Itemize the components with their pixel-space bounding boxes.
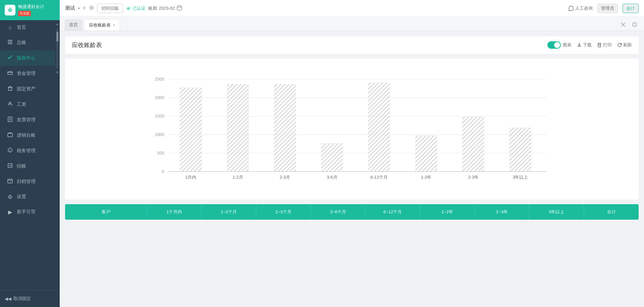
consult-btn[interactable]: 人工咨询 [569,5,593,11]
sidebar-item-settings[interactable]: ⚙ 设置 [0,189,55,205]
sidebar-item-capital[interactable]: 资金管理 [0,66,55,81]
tab-close-icon[interactable]: × [113,23,115,28]
th-1-2month: 1~2个月 [202,204,256,220]
sidebar-item-assets[interactable]: 固定资产 [0,81,55,97]
chart-toggle[interactable] [547,41,561,49]
sidebar-item-label-assets: 固定资产 [17,86,36,92]
refresh-btn[interactable]: 刷新 [617,42,632,48]
sidebar-item-label-reports: 报表中心 [17,55,36,61]
logo-sub: 专业版 [18,11,31,16]
sidebar-item-home[interactable]: ⌂ 首页 [0,20,55,35]
old-version-btn[interactable]: 切到旧版 [97,4,123,13]
sidebar-item-archive[interactable]: 归档管理 [0,174,55,189]
sidebar-logo[interactable]: 会 畅捷通好会计 专业版 [0,0,60,20]
th-3year-plus: 3年以上 [529,204,584,220]
refresh-label: 刷新 [623,42,632,48]
sidebar-item-label-archive: 归档管理 [17,179,36,185]
download-label: 下载 [583,42,592,48]
ledger-icon [7,39,13,46]
chart-toggle-wrapper: 图表 [547,41,572,49]
svg-text:2-3月: 2-3月 [280,175,290,180]
svg-text:2-3年: 2-3年 [468,175,478,180]
invoice-icon [7,117,13,123]
download-btn[interactable]: 下载 [577,42,592,48]
topbar-actions: + 切到旧版 [83,4,123,13]
sidebar-item-ledger[interactable]: 总账 [0,35,55,50]
calendar-icon[interactable] [177,5,182,11]
svg-text:2500: 2500 [155,77,164,82]
svg-rect-2 [8,43,12,44]
report-actions: 图表 下载 打印 刷新 [547,41,632,49]
sidebar-item-label-capital: 资金管理 [17,71,36,77]
add-btn[interactable]: + [83,5,86,12]
print-label: 打印 [603,42,612,48]
archive-icon [7,178,13,185]
chart-container: 0 500 1000 1500 2000 2500 [65,58,639,200]
toggle-knob [554,42,560,48]
assets-icon [7,86,13,92]
sidebar-item-guide[interactable]: ▶ 新手引导 [0,205,55,220]
sidebar-item-label-invoice: 发票管理 [17,117,36,123]
tab-home[interactable]: 首页 [64,19,83,31]
sidebar-bottom: ◀◀ 取消固定 [0,290,60,307]
scrollbar-thumb[interactable] [56,32,58,42]
settings-btn[interactable] [89,5,94,12]
svg-text:1500: 1500 [155,114,164,119]
th-6-12month: 6~12个月 [366,204,420,220]
th-2-3month: 2~3个月 [256,204,311,220]
bar-3[interactable] [274,84,296,172]
svg-rect-1 [8,42,12,42]
bar-2[interactable] [227,84,248,172]
sidebar-item-closing[interactable]: 结账 [0,159,55,174]
scroll-up-arrow[interactable]: ▲ [55,21,60,27]
logo-icon: 会 [5,5,15,15]
table-container: 客户 1个月内 1~2个月 2~3个月 3~6个月 6~12个月 1~2年 2~… [65,204,639,220]
sidebar: 会 畅捷通好会计 专业版 ⌂ 首页 总账 [0,0,60,307]
svg-rect-16 [8,179,12,180]
tab-aging[interactable]: 应收账龄表 × [84,19,120,31]
sidebar-item-invoice[interactable]: 发票管理 [0,112,55,128]
bar-1[interactable] [180,88,201,172]
settings-icon: ⚙ [7,194,13,200]
print-btn[interactable]: 打印 [597,42,612,48]
bar-4[interactable] [321,143,342,171]
admin-btn[interactable]: 管理员 [597,4,618,13]
expand-window-btn[interactable] [630,20,639,29]
cancel-fixed-btn[interactable]: ◀◀ 取消固定 [5,294,55,304]
svg-text:3-6月: 3-6月 [327,175,337,180]
bar-6[interactable] [416,136,437,172]
tax-icon: ¥ [7,147,13,154]
role-btn[interactable]: 会计 [623,4,639,13]
bar-7[interactable] [463,117,484,172]
svg-rect-5 [8,88,12,90]
sidebar-item-payroll[interactable]: 工资 [0,97,55,112]
sidebar-item-tax[interactable]: ¥ 税务管理 [0,143,55,159]
project-dropdown-icon[interactable]: ▾ [78,6,80,11]
bar-8[interactable] [510,128,531,172]
svg-text:3年以上: 3年以上 [513,175,528,180]
logo-text-block: 畅捷通好会计 专业版 [18,4,44,16]
scroll-down-arrow[interactable]: ▼ [55,70,60,75]
close-window-btn[interactable] [619,20,628,29]
cert-label: 已认证 [132,5,146,11]
cancel-fixed-label: 取消固定 [13,296,31,302]
sidebar-item-reports[interactable]: 报表中心 [0,50,55,66]
toggle-label: 图表 [563,42,572,48]
sidebar-item-purchase[interactable]: 进销台账 [0,128,55,143]
project-name: 测试 [65,5,75,11]
svg-rect-0 [8,40,12,41]
svg-rect-20 [177,6,182,10]
topbar: 测试 ▾ + 切到旧版 已认证 账期 2023-02 人工咨询 管理员 [60,0,644,17]
bar-chart: 0 500 1000 1500 2000 2500 [72,65,632,193]
bar-5[interactable] [369,83,390,172]
sidebar-item-label-payroll: 工资 [17,101,26,107]
payroll-icon [7,101,13,108]
sidebar-item-label-purchase: 进销台账 [17,132,36,138]
chart-wrapper: 0 500 1000 1500 2000 2500 [72,65,632,193]
svg-text:2000: 2000 [155,95,164,100]
svg-rect-28 [598,43,601,44]
th-3-6month: 3~6个月 [311,204,366,220]
sidebar-item-label-ledger: 总账 [17,40,26,46]
purchase-icon [7,132,13,139]
guide-icon: ▶ [7,209,13,215]
